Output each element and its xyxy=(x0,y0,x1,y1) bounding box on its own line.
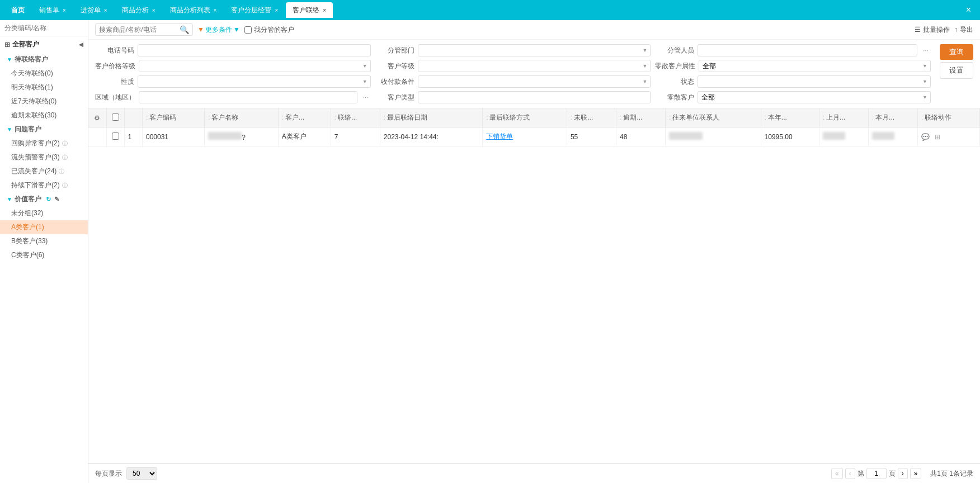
table-row: 1 000031 ? A类客户 7 2023-04-12 14:44: 下销货单… xyxy=(88,127,980,146)
retail-wrap: 全部 xyxy=(698,91,931,103)
th-last-date[interactable]: :最后联络日期 xyxy=(380,108,482,127)
th-this-year[interactable]: :本年... xyxy=(761,108,819,127)
th-check xyxy=(106,108,124,127)
nav-tab-goods-analysis[interactable]: 商品分析 × xyxy=(115,2,162,18)
sidebar-item-tomorrow[interactable]: 明天待联络(1) xyxy=(0,80,88,94)
dept-select[interactable] xyxy=(418,44,651,56)
row-overdue: 48 xyxy=(616,127,665,146)
select-all-checkbox[interactable] xyxy=(112,113,119,121)
settings-button[interactable]: 设置 xyxy=(940,62,973,79)
more-conditions-button[interactable]: ▼ 更多条件 ▼ xyxy=(197,25,240,35)
nav-tab-sales[interactable]: 销售单 × xyxy=(32,2,73,18)
status-select[interactable] xyxy=(698,75,931,88)
repeat-abnormal-info-icon: ⓘ xyxy=(62,140,68,148)
payment-select[interactable] xyxy=(418,75,651,88)
nav-tab-purchase[interactable]: 进货单 × xyxy=(74,2,114,18)
price-level-select[interactable] xyxy=(139,60,371,72)
row-gear xyxy=(88,127,106,146)
sidebar-item-unclassified[interactable]: 未分组(32) xyxy=(0,206,88,220)
payment-wrap xyxy=(418,75,651,88)
sales-close[interactable]: × xyxy=(63,7,66,13)
per-page-select[interactable]: 50 20 100 xyxy=(126,467,157,480)
sidebar-item-7days[interactable]: 近7天待联络(0) xyxy=(0,94,88,108)
nature-select[interactable] xyxy=(138,75,371,88)
th-overdue[interactable]: :逾期... xyxy=(616,108,665,127)
person-input[interactable] xyxy=(698,44,917,56)
nav-tab-contact[interactable]: 客户联络 × xyxy=(286,2,333,18)
filter-search-icon[interactable]: 🔍 xyxy=(180,25,189,34)
row-checkbox[interactable] xyxy=(112,132,119,140)
filter-row-1: 电话号码 分管部门 分管人员 ··· xyxy=(95,44,931,56)
action-chat-icon[interactable]: 💬 xyxy=(921,133,930,141)
pending-contact-group[interactable]: ▼ 待联络客户 xyxy=(0,53,88,67)
th-type[interactable]: :客户... xyxy=(278,108,331,127)
row-code: 000031 xyxy=(142,127,204,146)
refresh-icon[interactable]: ↻ xyxy=(46,196,51,203)
phone-input[interactable] xyxy=(138,44,371,56)
th-this-month[interactable]: :本月... xyxy=(868,108,917,127)
th-contact[interactable]: :联络... xyxy=(331,108,380,127)
th-unit-contact[interactable]: :往来单位联系人 xyxy=(666,108,761,127)
grid-icon: ⊞ xyxy=(4,41,10,49)
page-label: 第 xyxy=(858,469,864,479)
last-page-button[interactable]: » xyxy=(910,468,922,479)
goods-list-close[interactable]: × xyxy=(214,7,217,13)
overdue-label: 逾期未联络(30) xyxy=(11,111,56,120)
row-this-month xyxy=(868,127,917,146)
th-name[interactable]: :客户名称 xyxy=(205,108,279,127)
prev-page-button[interactable]: ‹ xyxy=(845,468,855,479)
person-ellipsis[interactable]: ··· xyxy=(921,45,931,55)
contact-label: 客户联络 xyxy=(293,6,319,15)
sidebar-item-lost-prediction[interactable]: 流失预警客户(3) ⓘ xyxy=(0,150,88,164)
page-input[interactable] xyxy=(866,468,887,479)
th-action[interactable]: :联络动作 xyxy=(917,108,979,127)
th-no-contact[interactable]: :未联... xyxy=(567,108,616,127)
my-customers-filter[interactable]: 我分管的客户 xyxy=(244,25,294,35)
nav-tab-goods-list[interactable]: 商品分析列表 × xyxy=(163,2,224,18)
query-button[interactable]: 查询 xyxy=(940,44,973,60)
value-customers-group[interactable]: ▼ 价值客户 ↻ ✎ xyxy=(0,192,88,206)
action-qr-icon[interactable]: ⊞ xyxy=(935,133,940,141)
edit-icon[interactable]: ✎ xyxy=(54,196,59,203)
th-last-method[interactable]: :最后联络方式 xyxy=(483,108,567,127)
filter-search-input[interactable] xyxy=(99,26,177,34)
next-page-button[interactable]: › xyxy=(898,468,908,479)
filter-price-level: 客户价格等级 xyxy=(95,60,371,72)
region-input[interactable] xyxy=(139,91,357,103)
customer-type-input[interactable] xyxy=(418,91,651,103)
all-customers-header[interactable]: ⊞ 全部客户 ◀ xyxy=(0,36,88,53)
sidebar-item-today[interactable]: 今天待联络(0) xyxy=(0,67,88,80)
row-last-method[interactable]: 下销货单 xyxy=(483,127,567,146)
sidebar-item-class-a[interactable]: A类客户(1) xyxy=(0,220,88,234)
close-all-button[interactable]: × xyxy=(962,5,976,15)
sidebar-item-class-b[interactable]: B类客户(33) xyxy=(0,234,88,248)
sidebar-item-overdue[interactable]: 逾期未联络(30) xyxy=(0,108,88,122)
export-button[interactable]: ↑ 导出 xyxy=(954,25,973,35)
nav-tab-segment[interactable]: 客户分层经营 × xyxy=(224,2,285,18)
filter-dept: 分管部门 xyxy=(375,44,651,56)
lost-prediction-label: 流失预警客户(3) xyxy=(11,153,60,162)
problem-customers-group[interactable]: ▼ 问题客户 xyxy=(0,122,88,136)
my-customers-checkbox[interactable] xyxy=(244,26,252,34)
sidebar-item-lost[interactable]: 已流失客户(24) ⓘ xyxy=(0,164,88,178)
contact-close[interactable]: × xyxy=(323,7,326,13)
sidebar-item-continuous-decline[interactable]: 持续下滑客户(2) ⓘ xyxy=(0,178,88,192)
th-code[interactable]: :客户编码 xyxy=(142,108,204,127)
nav-tab-home[interactable]: 首页 xyxy=(4,2,31,18)
sidebar-item-class-c[interactable]: C类客户(6) xyxy=(0,248,88,262)
purchase-close[interactable]: × xyxy=(104,7,107,13)
last-method-link[interactable]: 下销货单 xyxy=(486,132,513,140)
filter-retail: 零散客户 全部 xyxy=(655,91,931,103)
retail-attr-select[interactable]: 全部 xyxy=(699,60,931,72)
first-page-button[interactable]: « xyxy=(831,468,843,479)
sidebar-item-repeat-abnormal[interactable]: 回购异常客户(2) ⓘ xyxy=(0,136,88,150)
region-ellipsis[interactable]: ··· xyxy=(361,92,371,102)
segment-close[interactable]: × xyxy=(275,7,278,13)
sidebar-search-input[interactable] xyxy=(4,24,88,32)
th-last-month[interactable]: :上月... xyxy=(819,108,868,127)
retail-select[interactable]: 全部 xyxy=(698,91,931,103)
batch-op-button[interactable]: ☰ 批量操作 xyxy=(915,25,950,35)
customer-level-select[interactable] xyxy=(418,60,651,72)
th-gear[interactable]: ⚙ xyxy=(88,108,106,127)
goods-analysis-close[interactable]: × xyxy=(152,7,156,13)
